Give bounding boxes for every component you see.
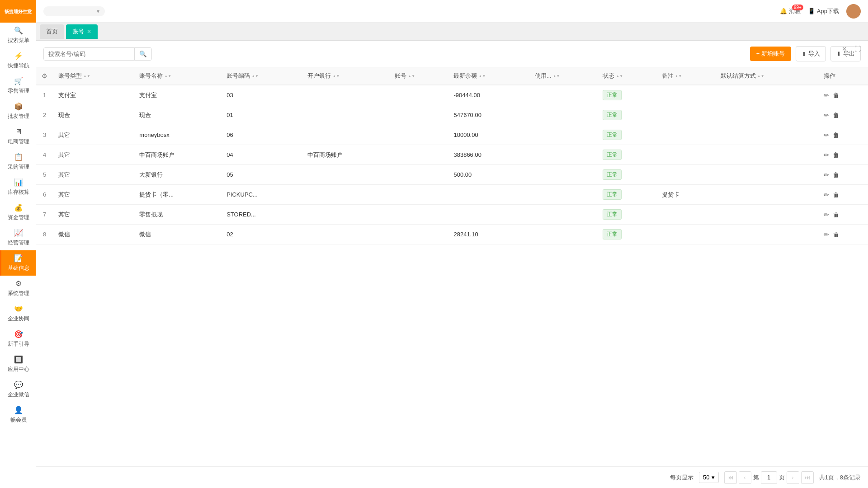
col-usage[interactable]: 使用...▲▼ [529,67,598,85]
sort-usage-icon: ▲▼ [553,74,560,78]
sidebar-icon-13: 🔲 [14,355,23,364]
user-avatar[interactable] [846,4,861,19]
col-status[interactable]: 状态▲▼ [597,67,656,85]
top-search-box[interactable]: ▾ [43,6,105,16]
sidebar-item-9[interactable]: 📝基础信息 [0,250,36,276]
sidebar-item-14[interactable]: 💬企业微信 [0,377,36,402]
col-code[interactable]: 账号编码▲▼ [221,67,302,85]
edit-btn-5[interactable]: ✏ [824,191,829,198]
prev-page-btn[interactable]: ‹ [739,471,751,484]
content-area: ✕ ⛶ 🔍 + 新增账号 ⬆ 导入 ⬇ 导出 [36,41,868,488]
row-actions-0: ✏ 🗑 [818,85,868,105]
sort-balance-icon: ▲▼ [478,74,486,78]
sidebar-item-13[interactable]: 🔲应用中心 [0,352,36,377]
delete-btn-5[interactable]: 🗑 [833,191,839,198]
top-search-input[interactable] [49,8,94,14]
edit-btn-1[interactable]: ✏ [824,112,829,119]
row-num-6: 7 [36,205,53,225]
top-right: 🔔 消息 99+ 📱 App下载 [780,4,861,19]
sidebar-label-2: 零售管理 [8,87,29,95]
sidebar-item-4[interactable]: 🖥电商管理 [0,124,36,149]
row-name-6: 零售抵现 [134,205,221,225]
sidebar-item-3[interactable]: 📦批发管理 [0,99,36,124]
tab-close-1[interactable]: ✕ [87,28,91,35]
row-note-7 [656,225,715,244]
row-balance-4: 500.00 [448,165,529,185]
phone-icon: 📱 [808,8,815,14]
row-bank-4 [302,165,389,185]
delete-btn-3[interactable]: 🗑 [833,151,839,159]
col-note[interactable]: 备注▲▼ [656,67,715,85]
delete-btn-7[interactable]: 🗑 [833,231,839,238]
row-type-3: 其它 [53,145,134,165]
delete-btn-1[interactable]: 🗑 [833,112,839,119]
sidebar-item-15[interactable]: 👤畅会员 [0,402,36,427]
delete-btn-0[interactable]: 🗑 [833,92,839,99]
edit-btn-7[interactable]: ✏ [824,231,829,238]
col-account[interactable]: 账号▲▼ [389,67,448,85]
row-note-5: 提货卡 [656,185,715,205]
total-info: 共1页，8条记录 [819,474,861,482]
col-bank[interactable]: 开户银行▲▼ [302,67,389,85]
col-default-method[interactable]: 默认结算方式▲▼ [715,67,818,85]
sidebar-item-7[interactable]: 💰资金管理 [0,200,36,225]
sidebar-item-8[interactable]: 📈经营管理 [0,225,36,250]
table-row: 5 其它 大新银行 05 500.00 正常 ✏ 🗑 [36,165,868,185]
col-name[interactable]: 账号名称▲▼ [134,67,221,85]
delete-btn-6[interactable]: 🗑 [833,211,839,218]
row-note-1 [656,105,715,125]
edit-btn-0[interactable]: ✏ [824,92,829,99]
settings-gear-icon[interactable]: ⚙ [42,72,47,80]
row-actions-4: ✏ 🗑 [818,165,868,185]
first-page-btn[interactable]: ⏮ [724,471,737,484]
add-account-button[interactable]: + 新增账号 [750,47,791,61]
close-window-btn[interactable]: ✕ [840,44,849,53]
sidebar-label-12: 新手引导 [8,340,29,348]
sidebar-item-6[interactable]: 📊库存核算 [0,174,36,200]
row-note-0 [656,85,715,105]
page-size-select[interactable]: 50 ▾ [699,472,718,483]
delete-btn-2[interactable]: 🗑 [833,131,839,139]
tab-账号[interactable]: 账号✕ [66,24,98,39]
sidebar-item-1[interactable]: ⚡快捷导航 [0,48,36,73]
row-num-5: 6 [36,185,53,205]
search-button[interactable]: 🔍 [134,48,151,60]
col-gear[interactable]: ⚙ [36,67,53,85]
col-balance[interactable]: 最新余额▲▼ [448,67,529,85]
accounts-table: ⚙ 账号类型▲▼ 账号名称▲▼ 账号编码▲▼ 开户银行▲▼ 账号▲▼ 最新余额▲… [36,67,868,244]
maximize-window-btn[interactable]: ⛶ [853,44,863,53]
next-page-btn[interactable]: › [787,471,799,484]
page-number-input[interactable] [761,471,777,484]
sidebar-item-0[interactable]: 🔍搜索菜单 [0,23,36,48]
sidebar-item-11[interactable]: 🤝企业协同 [0,301,36,326]
table-row: 1 支付宝 支付宝 03 -90444.00 正常 ✏ 🗑 [36,85,868,105]
dropdown-arrow-icon[interactable]: ▾ [97,8,99,14]
account-search-input[interactable] [44,48,134,60]
sidebar-icon-12: 🎯 [14,330,23,338]
row-num-4: 5 [36,165,53,185]
last-page-btn[interactable]: ⏭ [801,471,814,484]
import-button[interactable]: ⬆ 导入 [796,46,826,61]
sidebar-item-2[interactable]: 🛒零售管理 [0,73,36,99]
sidebar-item-5[interactable]: 📋采购管理 [0,149,36,174]
edit-btn-2[interactable]: ✏ [824,131,829,139]
edit-btn-3[interactable]: ✏ [824,151,829,159]
row-note-2 [656,125,715,145]
sidebar-icon-3: 📦 [14,102,23,111]
sidebar-item-10[interactable]: ⚙系统管理 [0,276,36,301]
sidebar-icon-2: 🛒 [14,77,23,85]
delete-btn-4[interactable]: 🗑 [833,171,839,178]
app-download-btn[interactable]: 📱 App下载 [808,7,839,15]
row-usage-0 [529,85,598,105]
edit-btn-4[interactable]: ✏ [824,171,829,178]
tab-bar: 首页账号✕ [36,23,868,41]
account-search-box[interactable]: 🔍 [43,47,152,61]
notification-btn[interactable]: 🔔 消息 99+ [780,7,801,15]
edit-btn-6[interactable]: ✏ [824,211,829,218]
sidebar: 畅捷通好生意 🔍搜索菜单⚡快捷导航🛒零售管理📦批发管理🖥电商管理📋采购管理📊库存… [0,0,36,488]
tab-首页[interactable]: 首页 [40,24,64,39]
row-method-2 [715,125,818,145]
col-type[interactable]: 账号类型▲▼ [53,67,134,85]
sidebar-item-12[interactable]: 🎯新手引导 [0,326,36,352]
row-num-2: 3 [36,125,53,145]
